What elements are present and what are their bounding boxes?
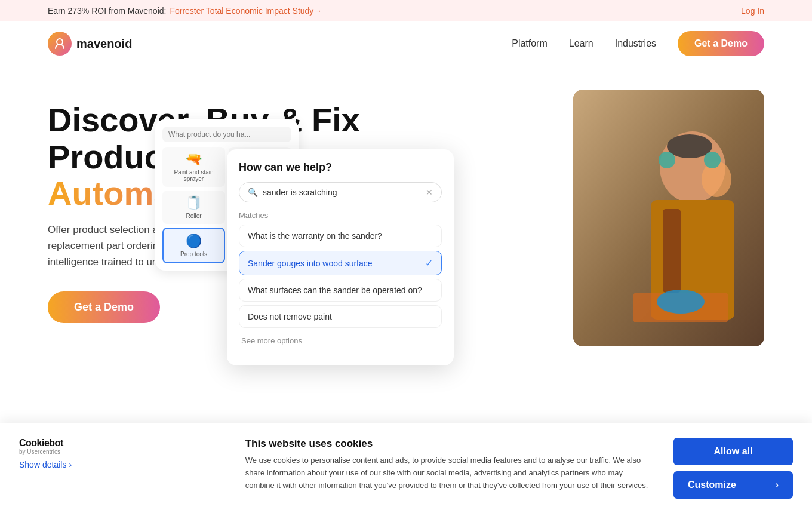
roller-icon: 🧻 (167, 195, 220, 211)
nav-platform[interactable]: Platform (512, 38, 548, 49)
chat-card: How can we help? 🔍 sander is scratching … (227, 149, 454, 365)
nav-industries[interactable]: Industries (615, 38, 656, 49)
spray-icon: 🔫 (167, 152, 220, 167)
nav-links: Platform Learn Industries Get a Demo (512, 31, 764, 56)
match-item-surfaces[interactable]: What surfaces can the sander be operated… (239, 279, 442, 302)
search-icon: 🔍 (248, 188, 258, 197)
svg-point-8 (704, 152, 721, 168)
svg-point-7 (659, 152, 675, 168)
top-banner: Earn 273% ROI from Mavenoid: Forrester T… (0, 0, 812, 21)
see-more-options[interactable]: See more options (239, 331, 442, 350)
svg-point-6 (667, 134, 712, 158)
banner-left: Earn 273% ROI from Mavenoid: Forrester T… (48, 6, 322, 16)
banner-text: Earn 273% ROI from Mavenoid: (48, 6, 166, 16)
navbar: mavenoid Platform Learn Industries Get a… (0, 21, 812, 66)
product-label-spray: Paint and stain sprayer (167, 169, 220, 182)
svg-rect-4 (663, 209, 681, 293)
login-link[interactable]: Log In (741, 6, 764, 16)
nav-learn[interactable]: Learn (569, 38, 593, 49)
check-icon: ✓ (425, 257, 433, 269)
banner-link[interactable]: Forrester Total Economic Impact Study→ (170, 6, 322, 16)
match-item-gouges[interactable]: Sander gouges into wood surface ✓ (239, 251, 442, 275)
product-cell-spray[interactable]: 🔫 Paint and stain sprayer (162, 147, 225, 187)
hero-photo (573, 90, 764, 346)
chat-search-text: sander is scratching (263, 188, 421, 197)
match-item-warranty[interactable]: What is the warranty on the sander? (239, 225, 442, 247)
product-cell-roller[interactable]: 🧻 Roller (162, 191, 225, 224)
product-search-bar: What product do you ha... (162, 127, 291, 142)
chat-card-title: How can we help? (239, 161, 442, 174)
product-label-prep: Prep tools (168, 251, 219, 257)
logo[interactable]: mavenoid (48, 32, 132, 56)
prep-icon: 🔵 (168, 234, 219, 249)
hero-right: What product do you ha... 🔫 Paint and st… (406, 90, 764, 388)
hero-get-demo-button[interactable]: Get a Demo (48, 291, 160, 323)
hero-section: Discover, Buy & Fix Products with Automa… (0, 66, 812, 400)
product-cell-prep[interactable]: 🔵 Prep tools (162, 228, 225, 263)
match-item-paint[interactable]: Does not remove paint (239, 305, 442, 328)
clear-icon[interactable]: ✕ (426, 188, 433, 197)
product-label-roller: Roller (167, 213, 220, 219)
nav-get-demo-button[interactable]: Get a Demo (678, 31, 764, 56)
matches-label: Matches (239, 211, 442, 220)
chat-search-bar: 🔍 sander is scratching ✕ (239, 182, 442, 202)
svg-point-10 (657, 290, 705, 314)
logo-text: mavenoid (76, 37, 132, 51)
logo-icon (48, 32, 72, 56)
